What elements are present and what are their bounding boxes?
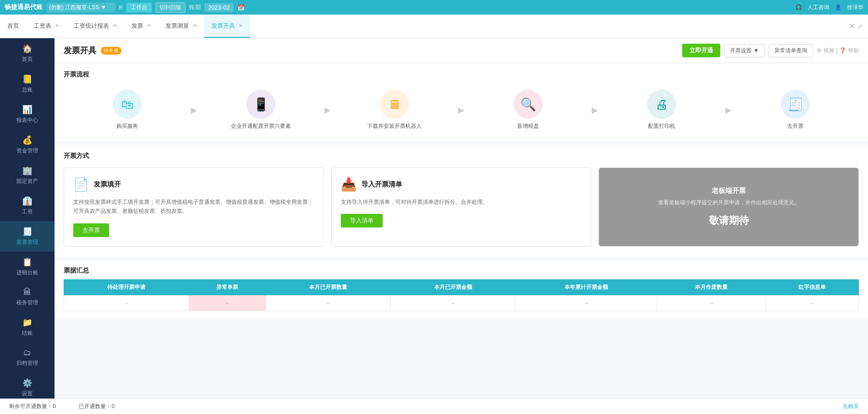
cell-abnormal: -- — [189, 295, 266, 311]
method-section: 开票方式 📄 发票填开 支持按照发票样式手工填开发票；可开具增值税电子普通发票、… — [55, 145, 868, 257]
import-list-button[interactable]: 导入清单 — [341, 214, 383, 227]
page-header: 发票开具 待开通 立即开通 开票设置 ▼ 异常清单查询 ⚙ 视频 | ❓ 帮助 — [55, 38, 868, 63]
issue-invoice-icon: 🧾 — [788, 97, 803, 112]
status-badge: 待开通 — [101, 47, 121, 55]
user-label[interactable]: 徐泽华 — [847, 4, 863, 11]
sidebar-item-salary[interactable]: 👔 工资 — [0, 191, 55, 221]
settlement-icon: 📁 — [22, 318, 32, 328]
top-bar-left: 畅捷通易代账 (勿删) 江西服室-LSS ▼ ⎘ 工作台 切到旧版 账期 202… — [5, 2, 244, 13]
tab-invoice-calc[interactable]: 发票测算 ✕ — [158, 15, 204, 38]
buy-service-icon: 🛍 — [121, 97, 134, 112]
buy-link[interactable]: 去购买 — [843, 403, 859, 410]
col-pending: 待处理开票申请 — [64, 279, 189, 295]
main-layout: 🏠 首页 📒 总账 📊 报表中心 💰 资金管理 🏢 固定资产 👔 工资 🧾 发票… — [0, 38, 868, 399]
tax-icon: 🏛 — [23, 288, 31, 297]
sidebar-item-funds[interactable]: 💰 资金管理 — [0, 130, 55, 160]
tab-salary-label: 工资表 — [34, 22, 51, 30]
activate-button[interactable]: 立即开通 — [682, 44, 720, 57]
sidebar-label-purchase: 进销台账 — [16, 269, 38, 277]
invoice-methods: 📄 发票填开 支持按照发票样式手工填开发票；可开具增值税电子普通发票、增值税普通… — [64, 167, 859, 250]
step-add-taxbox: 🔍 新增税盘 — [464, 90, 592, 130]
cell-monthly-count: -- — [265, 295, 390, 311]
close-salary-tab[interactable]: ✕ — [55, 23, 59, 29]
sidebar-item-ledger[interactable]: 📒 总账 — [0, 69, 55, 99]
page-title-area: 发票开具 待开通 — [64, 45, 121, 56]
funds-icon: 💰 — [22, 135, 32, 145]
close-invoice-tab[interactable]: ✕ — [147, 23, 151, 29]
sidebar-item-purchase[interactable]: 📋 进销台账 — [0, 252, 55, 282]
abnormal-list-button[interactable]: 异常清单查询 — [768, 44, 813, 57]
close-invoice-issue-tab[interactable]: ✕ — [239, 23, 243, 29]
period-value[interactable]: 2023-02 — [205, 3, 234, 12]
sidebar-item-invoice[interactable]: 🧾 发票管理 — [0, 221, 55, 252]
sidebar-item-reports[interactable]: 📊 报表中心 — [0, 99, 55, 130]
sidebar-label-archive: 归档管理 — [16, 359, 38, 367]
sidebar-item-settings[interactable]: ⚙️ 设置 — [0, 373, 55, 399]
close-window-icon[interactable]: ✕ — [849, 22, 855, 30]
help-icon: ❓ — [839, 47, 846, 54]
tab-salary-report[interactable]: 工资统计报表 ✕ — [66, 15, 124, 38]
tab-invoice[interactable]: 发票 ✕ — [124, 15, 158, 38]
settings-button[interactable]: 开票设置 ▼ — [724, 44, 765, 57]
step-issue-invoice-icon-wrap: 🧾 — [781, 90, 810, 119]
footer-separator — [65, 403, 70, 409]
sidebar-label-tax: 税务管理 — [16, 299, 38, 307]
summary-table-data-row: -- -- -- -- -- -- -- — [64, 295, 859, 311]
close-salary-report-tab[interactable]: ✕ — [113, 23, 117, 29]
consultant-label[interactable]: 人工咨询 — [808, 4, 829, 11]
sidebar-item-assets[interactable]: 🏢 固定资产 — [0, 160, 55, 191]
arrow-2: ▶ — [324, 105, 331, 115]
company-label: (勿删) 江西服室-LSS — [49, 4, 99, 11]
step-issue-invoice-label: 去开票 — [787, 122, 803, 130]
cell-pending: -- — [64, 295, 189, 311]
company-selector[interactable]: (勿删) 江西服室-LSS ▼ — [46, 3, 115, 12]
chevron-settings-icon: ▼ — [753, 47, 759, 54]
method-import-title: 导入开票清单 — [361, 180, 402, 189]
home-icon: 🏠 — [22, 44, 32, 54]
arrow-5: ▶ — [725, 105, 732, 115]
restore-window-icon[interactable]: ⤢ — [858, 23, 863, 30]
col-abnormal: 异常单票 — [189, 279, 266, 295]
download-robot-icon: 🖥 — [388, 97, 401, 112]
sidebar-label-funds: 资金管理 — [16, 147, 38, 155]
tab-invoice-issue[interactable]: 发票开具 ✕ — [204, 15, 250, 38]
step-config-enterprise: 📱 企业开通配置开票六要素 — [197, 90, 324, 130]
step-config-enterprise-label: 企业开通配置开票六要素 — [231, 122, 291, 130]
content-area: 发票开具 待开通 立即开通 开票设置 ▼ 异常清单查询 ⚙ 视频 | ❓ 帮助 — [55, 38, 868, 399]
sidebar-label-salary: 工资 — [22, 208, 33, 216]
sidebar-item-archive[interactable]: 🗂 归档管理 — [0, 343, 55, 373]
manual-fill-icon: 📄 — [73, 177, 89, 192]
page-footer: 剩余可开通数量：0 已开通数量：0 去购买 — [0, 399, 868, 414]
salary-icon: 👔 — [22, 196, 32, 206]
tab-salary[interactable]: 工资表 ✕ — [26, 15, 66, 38]
opened-label: 已开通数量：0 — [79, 403, 115, 409]
brand-logo: 畅捷通易代账 — [5, 3, 43, 11]
method-card-import-header: 📥 导入开票清单 — [341, 177, 582, 192]
col-monthly-count: 本月已开票数量 — [265, 279, 390, 295]
step-add-taxbox-icon-wrap: 🔍 — [514, 90, 543, 119]
process-steps: 🛍 购买服务 ▶ 📱 企业开通配置开票六要素 ▶ 🖥 下载并安装 — [64, 86, 859, 134]
sidebar-item-settlement[interactable]: 📁 结账 — [0, 312, 55, 343]
old-version-button[interactable]: 切到旧版 — [155, 2, 185, 13]
sidebar: 🏠 首页 📒 总账 📊 报表中心 💰 资金管理 🏢 固定资产 👔 工资 🧾 发票… — [0, 38, 55, 399]
go-invoice-button[interactable]: 去开票 — [73, 223, 109, 237]
step-buy-service-label: 购买服务 — [116, 122, 138, 130]
remaining-label: 剩余可开通数量：0 — [9, 403, 56, 409]
copy-icon[interactable]: ⎘ — [119, 4, 123, 11]
col-monthly-void: 本月作废数量 — [657, 279, 766, 295]
sidebar-item-home[interactable]: 🏠 首页 — [0, 38, 55, 69]
cell-monthly-amount: -- — [391, 295, 516, 311]
sidebar-label-settings: 设置 — [22, 390, 33, 398]
tab-home-label: 首页 — [7, 22, 19, 30]
import-list-icon: 📥 — [341, 177, 357, 192]
method-card-manual-header: 📄 发票填开 — [73, 177, 314, 192]
tab-home[interactable]: 首页 — [0, 15, 26, 38]
calendar-icon[interactable]: 📅 — [237, 4, 244, 11]
sidebar-label-settlement: 结账 — [22, 329, 33, 337]
view-info: ⚙ 视频 | ❓ 帮助 — [817, 47, 859, 55]
close-invoice-calc-tab[interactable]: ✕ — [193, 23, 197, 29]
workspace-button[interactable]: 工作台 — [126, 3, 152, 12]
method-card-manual: 📄 发票填开 支持按照发票样式手工填开发票；可开具增值税电子普通发票、增值税普通… — [64, 167, 324, 247]
sidebar-item-tax[interactable]: 🏛 税务管理 — [0, 282, 55, 312]
coming-soon-label: 敬请期待 — [709, 214, 749, 227]
